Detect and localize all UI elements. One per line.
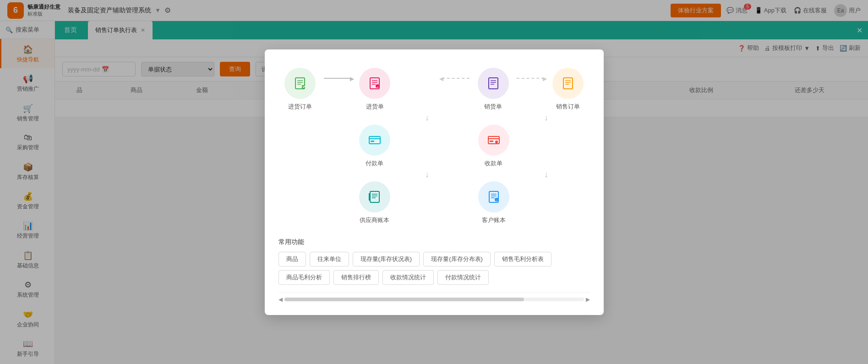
supplier-ledger-label: 供应商账本 bbox=[360, 216, 389, 224]
scroll-thumb bbox=[284, 298, 524, 301]
modal-overlay[interactable]: 进货订单 ▶ ✓ 进货单 bbox=[0, 0, 868, 364]
supplier-ledger-icon bbox=[359, 181, 390, 212]
sale-bill-label: 销货单 bbox=[484, 103, 502, 111]
flow-node-supplier-ledger: 供应商账本 bbox=[345, 181, 404, 224]
func-btn-sales-ranking[interactable]: 销售排行榜 bbox=[333, 270, 379, 285]
svg-point-24 bbox=[495, 141, 498, 143]
flow-node-customer-ledger: i 客户账本 bbox=[464, 181, 524, 224]
svg-rect-23 bbox=[490, 141, 493, 142]
arrows-row-2: ↓ ↓ bbox=[278, 111, 590, 125]
flow-node-purchase-bill: ✓ 进货单 bbox=[353, 68, 397, 111]
scroll-right-icon[interactable]: ▶ bbox=[586, 296, 590, 303]
func-btn-receipt-stats[interactable]: 收款情况统计 bbox=[382, 270, 434, 285]
func-btn-product-margin[interactable]: 商品毛利分析 bbox=[278, 270, 330, 285]
flow-node-purchase-order: 进货订单 bbox=[278, 68, 322, 111]
common-functions-title: 常用功能 bbox=[278, 238, 590, 246]
flow-node-sale-order: 销售订单 bbox=[546, 68, 590, 111]
flow-row-3: 供应商账本 i 客户账本 bbox=[278, 181, 590, 224]
svg-rect-25 bbox=[370, 191, 379, 202]
func-btn-payment-stats[interactable]: 付款情况统计 bbox=[437, 270, 489, 285]
modal-scrollbar: ◀ ▶ bbox=[278, 292, 590, 303]
svg-rect-18 bbox=[369, 136, 380, 144]
purchase-bill-icon: ✓ bbox=[359, 68, 390, 99]
sale-order-icon bbox=[552, 68, 584, 99]
flow-row-1: 进货订单 ▶ ✓ 进货单 bbox=[278, 68, 590, 111]
purchase-order-label: 进货订单 bbox=[288, 103, 312, 111]
func-btn-sales-margin[interactable]: 销售毛利分析表 bbox=[494, 252, 551, 266]
svg-rect-10 bbox=[489, 78, 498, 89]
svg-text:✓: ✓ bbox=[377, 86, 379, 88]
func-btn-stock-dist[interactable]: 现存量(库存分布表) bbox=[423, 252, 491, 266]
receipt-label: 收款单 bbox=[485, 159, 502, 168]
receipt-icon bbox=[478, 125, 509, 156]
customer-ledger-label: 客户账本 bbox=[482, 216, 506, 224]
purchase-bill-label: 进货单 bbox=[366, 103, 384, 111]
scroll-track[interactable] bbox=[284, 298, 584, 301]
flow-node-payment: 付款单 bbox=[345, 125, 404, 168]
payment-label: 付款单 bbox=[366, 159, 383, 168]
common-functions: 常用功能 商品 往来单位 现存量(库存状况表) 现存量(库存分布表) 销售毛利分… bbox=[278, 238, 590, 285]
flow-node-receipt: 收款单 bbox=[464, 125, 524, 168]
func-btn-stock-status[interactable]: 现存量(库存状况表) bbox=[353, 252, 420, 266]
func-btn-product[interactable]: 商品 bbox=[278, 252, 306, 266]
flow-node-sale-bill: 销货单 bbox=[471, 68, 515, 111]
purchase-order-icon bbox=[284, 68, 316, 99]
scroll-left-icon[interactable]: ◀ bbox=[278, 296, 283, 303]
modal: 进货订单 ▶ ✓ 进货单 bbox=[265, 49, 604, 315]
sale-order-label: 销售订单 bbox=[556, 103, 580, 111]
svg-text:i: i bbox=[496, 199, 497, 201]
payment-icon bbox=[359, 125, 390, 156]
func-btn-counterparty[interactable]: 往来单位 bbox=[310, 252, 349, 266]
arrows-row-3: ↓ ↓ bbox=[278, 168, 590, 181]
svg-rect-14 bbox=[563, 78, 573, 89]
func-buttons: 商品 往来单位 现存量(库存状况表) 现存量(库存分布表) 销售毛利分析表 商品… bbox=[278, 252, 590, 285]
flow-diagram: 进货订单 ▶ ✓ 进货单 bbox=[278, 63, 590, 234]
customer-ledger-icon: i bbox=[478, 181, 509, 212]
svg-rect-29 bbox=[369, 193, 371, 201]
sale-bill-icon bbox=[478, 68, 509, 99]
flow-row-2: 付款单 收款单 bbox=[278, 125, 590, 168]
svg-rect-20 bbox=[371, 141, 374, 142]
